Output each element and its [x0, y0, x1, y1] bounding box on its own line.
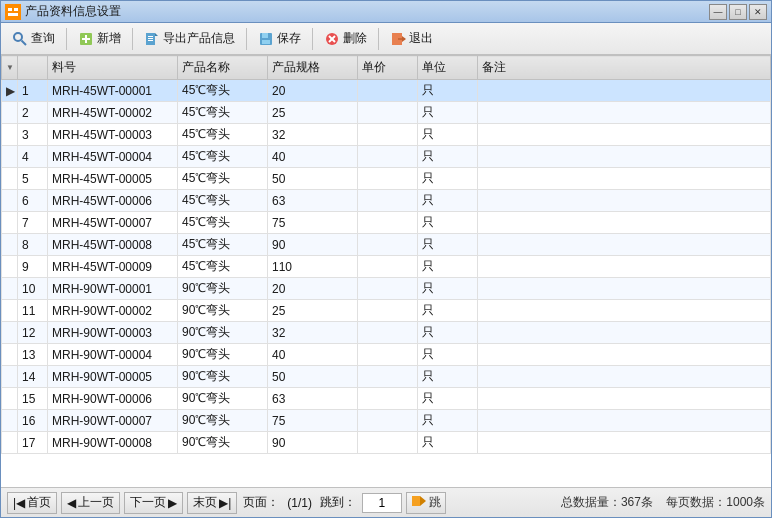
svg-marker-24	[420, 496, 426, 506]
row-indicator	[2, 410, 18, 432]
table-row[interactable]: 7MRH-45WT-0000745℃弯头75只	[2, 212, 771, 234]
row-note	[478, 432, 771, 454]
row-name: 90℃弯头	[178, 366, 268, 388]
add-button[interactable]: 新增	[71, 26, 128, 52]
row-code: MRH-45WT-00005	[48, 168, 178, 190]
row-num: 12	[18, 322, 48, 344]
row-num: 9	[18, 256, 48, 278]
last-page-button[interactable]: 末页 ▶|	[187, 492, 237, 514]
table-row[interactable]: 12MRH-90WT-0000390℃弯头32只	[2, 322, 771, 344]
row-indicator	[2, 234, 18, 256]
row-code: MRH-45WT-00007	[48, 212, 178, 234]
row-unit: 只	[418, 102, 478, 124]
table-row[interactable]: 11MRH-90WT-0000290℃弯头25只	[2, 300, 771, 322]
delete-icon	[324, 31, 340, 47]
row-num: 3	[18, 124, 48, 146]
toolbar-sep-1	[66, 28, 67, 50]
last-page-icon: ▶|	[219, 496, 231, 510]
col-header-price[interactable]: 单价	[358, 56, 418, 80]
jump-button[interactable]: 跳	[406, 492, 446, 514]
row-indicator	[2, 256, 18, 278]
row-code: MRH-90WT-00007	[48, 410, 178, 432]
table-row[interactable]: 17MRH-90WT-0000890℃弯头90只	[2, 432, 771, 454]
table-row[interactable]: 3MRH-45WT-0000345℃弯头32只	[2, 124, 771, 146]
data-table: ▼ 料号 产品名称 产品规格	[1, 55, 771, 454]
row-spec: 50	[268, 366, 358, 388]
row-price	[358, 410, 418, 432]
table-row[interactable]: 9MRH-45WT-0000945℃弯头110只	[2, 256, 771, 278]
query-button[interactable]: 查询	[5, 26, 62, 52]
row-price	[358, 366, 418, 388]
footer-stats: 总数据量：367条 每页数据：1000条	[561, 494, 765, 511]
row-note	[478, 366, 771, 388]
col-header-code[interactable]: 料号	[48, 56, 178, 80]
table-row[interactable]: 15MRH-90WT-0000690℃弯头63只	[2, 388, 771, 410]
minimize-button[interactable]: —	[709, 4, 727, 20]
row-note	[478, 344, 771, 366]
col-header-indicator[interactable]: ▼	[2, 56, 18, 80]
table-row[interactable]: 13MRH-90WT-0000490℃弯头40只	[2, 344, 771, 366]
row-indicator	[2, 300, 18, 322]
row-price	[358, 300, 418, 322]
row-unit: 只	[418, 388, 478, 410]
row-spec: 50	[268, 168, 358, 190]
table-row[interactable]: 8MRH-45WT-0000845℃弯头90只	[2, 234, 771, 256]
row-num: 10	[18, 278, 48, 300]
row-spec: 90	[268, 432, 358, 454]
col-header-name[interactable]: 产品名称	[178, 56, 268, 80]
jump-input[interactable]	[362, 493, 402, 513]
exit-button[interactable]: 退出	[383, 26, 440, 52]
row-spec: 25	[268, 102, 358, 124]
row-price	[358, 432, 418, 454]
row-indicator	[2, 102, 18, 124]
first-page-button[interactable]: |◀ 首页	[7, 492, 57, 514]
col-header-note[interactable]: 备注	[478, 56, 771, 80]
col-header-num[interactable]	[18, 56, 48, 80]
table-row[interactable]: 2MRH-45WT-0000245℃弯头25只	[2, 102, 771, 124]
table-wrapper[interactable]: ▼ 料号 产品名称 产品规格	[1, 55, 771, 487]
table-row[interactable]: 4MRH-45WT-0000445℃弯头40只	[2, 146, 771, 168]
row-name: 90℃弯头	[178, 278, 268, 300]
row-spec: 20	[268, 278, 358, 300]
table-row[interactable]: 5MRH-45WT-0000545℃弯头50只	[2, 168, 771, 190]
delete-button[interactable]: 删除	[317, 26, 374, 52]
jump-label: 跳到：	[320, 494, 356, 511]
row-note	[478, 168, 771, 190]
row-name: 45℃弯头	[178, 190, 268, 212]
table-row[interactable]: 16MRH-90WT-0000790℃弯头75只	[2, 410, 771, 432]
row-note	[478, 102, 771, 124]
svg-rect-23	[412, 496, 420, 506]
titlebar-left: 产品资料信息设置	[5, 3, 121, 20]
row-spec: 40	[268, 146, 358, 168]
save-button[interactable]: 保存	[251, 26, 308, 52]
row-price	[358, 102, 418, 124]
row-unit: 只	[418, 234, 478, 256]
table-row[interactable]: ▶1MRH-45WT-0000145℃弯头20只	[2, 80, 771, 102]
next-page-button[interactable]: 下一页 ▶	[124, 492, 183, 514]
row-price	[358, 344, 418, 366]
row-note	[478, 190, 771, 212]
table-row[interactable]: 14MRH-90WT-0000590℃弯头50只	[2, 366, 771, 388]
col-header-unit[interactable]: 单位	[418, 56, 478, 80]
row-note	[478, 234, 771, 256]
col-header-spec[interactable]: 产品规格	[268, 56, 358, 80]
row-code: MRH-45WT-00004	[48, 146, 178, 168]
footer: |◀ 首页 ◀ 上一页 下一页 ▶ 末页 ▶| 页面： (1/1) 跳到： 跳	[1, 487, 771, 517]
next-page-icon: ▶	[168, 496, 177, 510]
close-button[interactable]: ✕	[749, 4, 767, 20]
first-page-label: 首页	[27, 494, 51, 511]
row-price	[358, 256, 418, 278]
row-name: 90℃弯头	[178, 410, 268, 432]
table-row[interactable]: 10MRH-90WT-0000190℃弯头20只	[2, 278, 771, 300]
row-indicator	[2, 146, 18, 168]
row-note	[478, 146, 771, 168]
export-icon	[144, 31, 160, 47]
prev-page-button[interactable]: ◀ 上一页	[61, 492, 120, 514]
maximize-button[interactable]: □	[729, 4, 747, 20]
export-button[interactable]: 导出产品信息	[137, 26, 242, 52]
prev-page-icon: ◀	[67, 496, 76, 510]
row-num: 2	[18, 102, 48, 124]
table-row[interactable]: 6MRH-45WT-0000645℃弯头63只	[2, 190, 771, 212]
row-unit: 只	[418, 212, 478, 234]
add-label: 新增	[97, 30, 121, 47]
